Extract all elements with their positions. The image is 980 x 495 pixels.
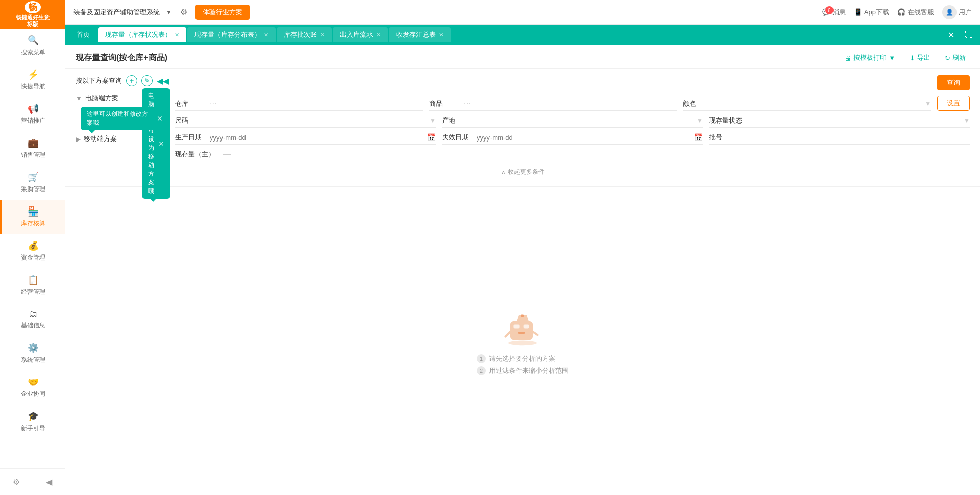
goods-select[interactable]: ··· bbox=[464, 99, 677, 108]
edit-tooltip-text: 这里可以创建和修改方案哦 bbox=[87, 110, 153, 127]
warehouse-dots[interactable]: ··· bbox=[210, 99, 216, 108]
content-area: 现存量查询(按仓库+商品) 🖨 按模板打印 ▼ ⬇ 导出 ↻ 刷新 bbox=[65, 45, 980, 495]
sidebar-item-quicknav[interactable]: ⚡ 快捷导航 bbox=[0, 63, 65, 97]
app-download-btn[interactable]: 📱 App下载 bbox=[854, 8, 889, 17]
export-icon: ⬇ bbox=[910, 54, 915, 62]
message-label: 消息 bbox=[832, 8, 846, 17]
logo-text: 畅捷通好生意 标版 bbox=[16, 14, 50, 28]
sidebar-item-label: 库存核算 bbox=[21, 219, 45, 228]
calendar2-icon[interactable]: 📅 bbox=[694, 133, 703, 142]
print-icon: 🖨 bbox=[845, 54, 851, 62]
collapse-label: 收起更多条件 bbox=[508, 168, 545, 176]
sidebar-item-purchase[interactable]: 🛒 采购管理 bbox=[0, 166, 65, 200]
online-support-btn[interactable]: 🎧 在线客服 bbox=[897, 8, 934, 17]
svg-line-7 bbox=[505, 332, 510, 337]
size-arrow[interactable]: ▼ bbox=[430, 117, 436, 124]
sidebar-item-basic[interactable]: 🗂 基础信息 bbox=[0, 302, 65, 336]
print-btn[interactable]: 🖨 按模板打印 ▼ bbox=[841, 51, 899, 64]
sidebar-item-operations[interactable]: 📋 经营管理 bbox=[0, 268, 65, 302]
tab-fullscreen-icon[interactable]: ⛶ bbox=[962, 29, 976, 40]
origin-select[interactable]: ▼ bbox=[477, 117, 703, 124]
tab-close-icon[interactable]: ✕ bbox=[439, 32, 444, 38]
tab-close-icon[interactable]: ✕ bbox=[175, 32, 179, 38]
settings-icon[interactable]: ⚙ bbox=[180, 7, 187, 17]
message-btn[interactable]: 💬 6 消息 bbox=[822, 8, 846, 17]
export-btn[interactable]: ⬇ 导出 bbox=[905, 51, 935, 64]
user-label: 用户 bbox=[959, 8, 972, 17]
sidebar-item-label: 企业协同 bbox=[21, 390, 45, 398]
sidebar-item-label: 新手引导 bbox=[21, 424, 45, 433]
tab-close-all-icon[interactable]: ✕ bbox=[945, 29, 958, 41]
action-buttons: 查询 设置 bbox=[937, 75, 970, 111]
sidebar-item-label: 销售管理 bbox=[21, 151, 45, 159]
size-label: 尺码 bbox=[175, 116, 206, 125]
app-download-label: App下载 bbox=[864, 8, 889, 17]
sidebar-item-guide[interactable]: 🎓 新手引导 bbox=[0, 405, 65, 439]
sidebar-item-system[interactable]: ⚙️ 系统管理 bbox=[0, 336, 65, 370]
guide-icon: 🎓 bbox=[28, 411, 39, 422]
collapse-up-icon: ∧ bbox=[501, 169, 506, 176]
tab-batch-account[interactable]: 库存批次账 ✕ bbox=[277, 27, 332, 42]
sidebar-footer: ⚙ ◀ bbox=[0, 468, 65, 495]
svg-rect-6 bbox=[521, 314, 524, 317]
content-inner: 现存量查询(按仓库+商品) 🖨 按模板打印 ▼ ⬇ 导出 ↻ 刷新 bbox=[65, 45, 980, 495]
warehouse-select[interactable]: ··· bbox=[210, 99, 423, 108]
system-title: 装备及固定资产辅助管理系统 bbox=[74, 8, 160, 17]
tab-inventory-status-label: 现存量（库存状况表） bbox=[105, 30, 172, 39]
origin-arrow[interactable]: ▼ bbox=[697, 117, 703, 124]
tab-close-icon[interactable]: ✕ bbox=[264, 32, 268, 38]
tab-close-icon[interactable]: ✕ bbox=[376, 32, 381, 38]
edit-scheme-btn[interactable]: ✎ bbox=[141, 75, 153, 86]
tab-inout-flow-label: 出入库流水 bbox=[340, 30, 373, 39]
print-dropdown-icon: ▼ bbox=[889, 54, 895, 62]
tab-inventory-status[interactable]: 现存量（库存状况表） ✕ bbox=[98, 27, 186, 42]
empty-tip-label-1: 请先选择要分析的方案 bbox=[489, 354, 555, 363]
filter-row-2: 尺码 ▼ 产地 ▼ bbox=[175, 116, 970, 128]
page-title: 现存量查询(按仓库+商品) bbox=[76, 53, 167, 63]
sidebar-item-enterprise[interactable]: 🤝 企业协同 bbox=[0, 370, 65, 405]
tab-home[interactable]: 首页 bbox=[69, 27, 97, 42]
expiry-date-input[interactable] bbox=[477, 134, 690, 142]
tab-collect-summary[interactable]: 收发存汇总表 ✕ bbox=[389, 27, 451, 42]
reset-btn[interactable]: 设置 bbox=[937, 96, 970, 111]
add-scheme-btn[interactable]: + bbox=[126, 75, 137, 86]
tab-inout-flow[interactable]: 出入库流水 ✕ bbox=[333, 27, 388, 42]
finance-icon: 💰 bbox=[28, 240, 39, 251]
goods-dots[interactable]: ··· bbox=[464, 99, 471, 108]
empty-tip-label-2: 用过滤条件来缩小分析范围 bbox=[489, 366, 569, 375]
batch-no-input[interactable] bbox=[744, 134, 970, 142]
refresh-btn[interactable]: ↻ 刷新 bbox=[941, 51, 970, 64]
sidebar-item-inventory[interactable]: 🏪 库存核算 bbox=[0, 200, 65, 234]
inventory-main-input[interactable] bbox=[235, 151, 435, 158]
tab-inventory-dist-label: 现存量（库存分布表） bbox=[194, 30, 261, 39]
scheme-pc-arrow[interactable]: ▼ bbox=[76, 95, 82, 102]
size-select[interactable]: ▼ bbox=[210, 117, 436, 124]
settings-icon[interactable]: ⚙ bbox=[9, 475, 24, 489]
scheme-mobile-arrow[interactable]: ▶ bbox=[76, 135, 81, 143]
production-date-input[interactable] bbox=[210, 134, 423, 142]
inventory-status-select[interactable]: ▼ bbox=[746, 117, 970, 124]
edit-tooltip-close[interactable]: ✕ bbox=[157, 114, 163, 123]
user-btn[interactable]: 👤 用户 bbox=[942, 5, 972, 19]
tab-inventory-dist[interactable]: 现存量（库存分布表） ✕ bbox=[187, 27, 276, 42]
page-actions: 🖨 按模板打印 ▼ ⬇ 导出 ↻ 刷新 bbox=[841, 51, 970, 64]
color-arrow[interactable]: ▼ bbox=[925, 100, 931, 107]
add-tooltip-close[interactable]: ✕ bbox=[158, 139, 164, 148]
sidebar-item-search[interactable]: 🔍 搜索菜单 bbox=[0, 29, 65, 63]
tab-close-icon[interactable]: ✕ bbox=[320, 32, 325, 38]
collapse-btn[interactable]: ∧ 收起更多条件 bbox=[76, 163, 970, 180]
industry-btn[interactable]: 体验行业方案 bbox=[195, 5, 250, 20]
sidebar-item-marketing[interactable]: 📢 营销推广 bbox=[0, 97, 65, 131]
search-btn[interactable]: 查询 bbox=[937, 75, 970, 90]
sidebar-item-label: 系统管理 bbox=[21, 356, 45, 364]
sidebar-item-sales[interactable]: 💼 销售管理 bbox=[0, 131, 65, 166]
system-icon: ⚙️ bbox=[28, 342, 39, 353]
calendar-icon[interactable]: 📅 bbox=[427, 133, 436, 142]
collapse-sidebar-icon[interactable]: ◀ bbox=[42, 475, 56, 489]
scheme-arrow-icon[interactable]: ◀◀ bbox=[157, 76, 169, 86]
sidebar-item-finance[interactable]: 💰 资金管理 bbox=[0, 234, 65, 268]
system-dropdown-icon[interactable]: ▼ bbox=[166, 9, 172, 16]
color-select[interactable]: ▼ bbox=[718, 100, 931, 107]
inventory-status-arrow[interactable]: ▼ bbox=[964, 117, 970, 124]
avatar: 👤 bbox=[942, 5, 957, 19]
